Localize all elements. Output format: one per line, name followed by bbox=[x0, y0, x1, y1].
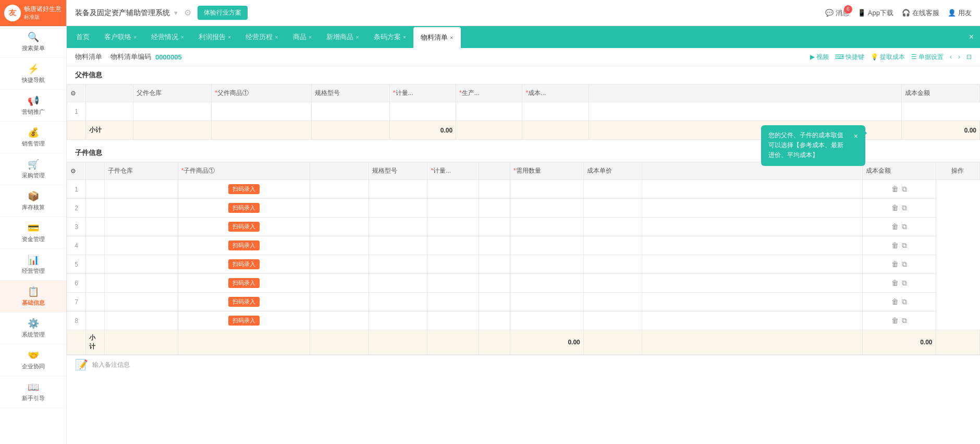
expand-action[interactable]: ⊡ bbox=[966, 53, 972, 61]
tab-bom[interactable]: 物料清单 × bbox=[413, 27, 460, 48]
nav-prev-action[interactable]: ‹ bbox=[950, 53, 952, 61]
extract-cost-action[interactable]: 💡 提取成本 bbox=[871, 53, 905, 62]
tooltip-close-button[interactable]: × bbox=[854, 130, 858, 142]
child-row-6-warehouse[interactable] bbox=[86, 274, 105, 293]
child-row-3-goods[interactable] bbox=[105, 218, 178, 236]
message-action[interactable]: 💬 消息 6 bbox=[825, 8, 849, 18]
child-row-2-spec[interactable] bbox=[310, 199, 369, 218]
child-row-4-unit[interactable] bbox=[369, 236, 427, 255]
child-row-5-spec[interactable] bbox=[310, 255, 369, 274]
parent-row-1-spec[interactable] bbox=[212, 102, 311, 121]
child-row-4-warehouse[interactable] bbox=[86, 236, 105, 255]
doc-settings-action[interactable]: ☰ 单据设置 bbox=[911, 53, 944, 62]
parent-row-1-cost[interactable] bbox=[456, 102, 522, 121]
child-row-6-unit[interactable] bbox=[369, 274, 427, 293]
scan-button-1[interactable]: 扫码录入 bbox=[228, 184, 260, 194]
child-row-1-qty[interactable] bbox=[479, 180, 510, 199]
copy-icon-2[interactable]: ⧉ bbox=[902, 203, 907, 212]
tab-customer-close[interactable]: × bbox=[133, 34, 137, 40]
child-row-7-qty[interactable] bbox=[479, 293, 510, 311]
tab-history-close[interactable]: × bbox=[275, 34, 278, 40]
child-row-8-unit-cost[interactable] bbox=[510, 311, 583, 330]
tab-new-goods-close[interactable]: × bbox=[356, 34, 359, 40]
copy-icon-1[interactable]: ⧉ bbox=[902, 185, 907, 194]
tab-home[interactable]: 首页 bbox=[69, 26, 97, 48]
scan-button-5[interactable]: 扫码录入 bbox=[228, 259, 260, 269]
user-action[interactable]: 👤 用友 bbox=[948, 8, 972, 18]
tab-barcode[interactable]: 条码方案 × bbox=[366, 26, 413, 48]
parent-row-1-unit[interactable] bbox=[311, 102, 389, 121]
scan-button-4[interactable]: 扫码录入 bbox=[228, 241, 260, 250]
scan-button-7[interactable]: 扫码录入 bbox=[228, 297, 260, 307]
nav-next-action[interactable]: › bbox=[958, 53, 960, 61]
parent-row-1-goods[interactable] bbox=[133, 102, 212, 121]
child-row-1-spec[interactable] bbox=[310, 180, 369, 199]
tab-profit-close[interactable]: × bbox=[228, 34, 231, 40]
child-row-5-qty[interactable] bbox=[479, 255, 510, 274]
child-row-7-unit[interactable] bbox=[369, 293, 427, 311]
child-row-2-unit[interactable] bbox=[369, 199, 427, 218]
sidebar-item-inventory[interactable]: 📦 库存核算 bbox=[0, 185, 66, 217]
child-row-2-qty[interactable] bbox=[479, 199, 510, 218]
child-row-3-unit-cost[interactable] bbox=[510, 218, 583, 236]
shortcut-action[interactable]: ⌨ 快捷键 bbox=[835, 53, 864, 62]
tab-customer[interactable]: 客户联络 × bbox=[97, 26, 144, 48]
copy-icon-5[interactable]: ⧉ bbox=[902, 260, 907, 269]
scan-button-2[interactable]: 扫码录入 bbox=[228, 203, 260, 213]
sidebar-item-sales[interactable]: 💰 销售管理 bbox=[0, 122, 66, 153]
sidebar-item-search[interactable]: 🔍 搜索菜单 bbox=[0, 26, 66, 58]
sidebar-item-guide[interactable]: 📖 新手引导 bbox=[0, 376, 66, 408]
scan-button-6[interactable]: 扫码录入 bbox=[228, 278, 260, 288]
child-row-3-spec[interactable] bbox=[310, 218, 369, 236]
tab-bom-close[interactable]: × bbox=[450, 34, 453, 41]
sidebar-item-system[interactable]: ⚙️ 系统管理 bbox=[0, 313, 66, 344]
delete-icon-4[interactable]: 🗑 bbox=[891, 241, 899, 250]
copy-icon-7[interactable]: ⧉ bbox=[902, 297, 907, 306]
child-row-7-unit-cost[interactable] bbox=[510, 293, 583, 311]
tab-history[interactable]: 经营历程 × bbox=[238, 26, 285, 48]
nav-close-all-button[interactable]: × bbox=[965, 30, 978, 44]
sidebar-item-quick-nav[interactable]: ⚡ 快捷导航 bbox=[0, 58, 66, 90]
tab-goods[interactable]: 商品 × bbox=[286, 26, 319, 48]
online-service-action[interactable]: 🎧 在线客服 bbox=[902, 8, 939, 18]
tab-goods-close[interactable]: × bbox=[309, 34, 312, 40]
child-row-1-warehouse[interactable] bbox=[86, 180, 105, 199]
child-row-6-unit-cost[interactable] bbox=[510, 274, 583, 293]
copy-icon-3[interactable]: ⧉ bbox=[902, 222, 907, 231]
child-row-7-goods[interactable] bbox=[105, 293, 178, 311]
sidebar-item-collaboration[interactable]: 🤝 企业协同 bbox=[0, 344, 66, 376]
child-row-8-qty[interactable] bbox=[479, 311, 510, 330]
sidebar-item-marketing[interactable]: 📢 营销推广 bbox=[0, 90, 66, 122]
child-row-5-goods[interactable] bbox=[105, 255, 178, 274]
child-row-6-goods[interactable] bbox=[105, 274, 178, 293]
child-row-8-unit[interactable] bbox=[369, 311, 427, 330]
child-row-8-spec[interactable] bbox=[310, 311, 369, 330]
delete-icon-7[interactable]: 🗑 bbox=[891, 297, 899, 306]
tab-operations[interactable]: 经营情况 × bbox=[144, 26, 191, 48]
child-row-4-unit-cost[interactable] bbox=[510, 236, 583, 255]
sidebar-item-purchase[interactable]: 🛒 采购管理 bbox=[0, 153, 66, 185]
copy-icon-8[interactable]: ⧉ bbox=[902, 316, 907, 325]
delete-icon-1[interactable]: 🗑 bbox=[891, 185, 899, 194]
app-download-action[interactable]: 📱 App下载 bbox=[858, 8, 893, 18]
copy-icon-6[interactable]: ⧉ bbox=[902, 279, 907, 287]
child-row-3-qty[interactable] bbox=[479, 218, 510, 236]
child-row-2-unit-cost[interactable] bbox=[510, 199, 583, 218]
child-row-5-warehouse[interactable] bbox=[86, 255, 105, 274]
child-row-4-spec[interactable] bbox=[310, 236, 369, 255]
child-row-1-unit[interactable] bbox=[369, 180, 427, 199]
delete-icon-3[interactable]: 🗑 bbox=[891, 222, 899, 231]
copy-icon-4[interactable]: ⧉ bbox=[902, 241, 907, 250]
parent-col-settings[interactable]: ⚙ bbox=[67, 85, 86, 102]
child-row-6-spec[interactable] bbox=[310, 274, 369, 293]
delete-icon-8[interactable]: 🗑 bbox=[891, 316, 899, 325]
scan-button-8[interactable]: 扫码录入 bbox=[228, 316, 260, 326]
parent-row-1-warehouse[interactable] bbox=[86, 102, 133, 121]
child-col-settings[interactable]: ⚙ bbox=[67, 162, 86, 180]
child-row-4-qty[interactable] bbox=[479, 236, 510, 255]
child-row-3-warehouse[interactable] bbox=[86, 218, 105, 236]
sidebar-item-basic-info[interactable]: 📋 基础信息 bbox=[0, 281, 66, 313]
sidebar-item-operations[interactable]: 📊 经营管理 bbox=[0, 249, 66, 281]
child-row-7-spec[interactable] bbox=[310, 293, 369, 311]
scan-button-3[interactable]: 扫码录入 bbox=[228, 222, 260, 232]
